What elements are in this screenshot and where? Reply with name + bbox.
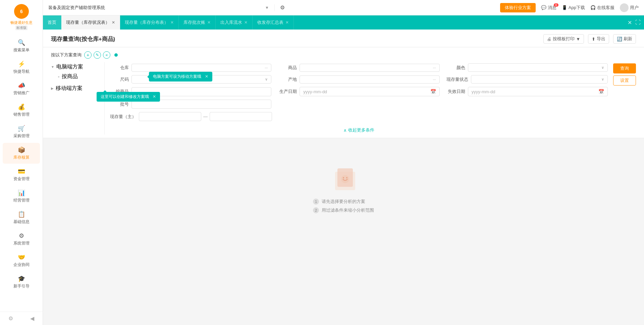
hint-text-1: 请先选择要分析的方案 <box>322 199 365 205</box>
tab-close-inventory-status[interactable]: ✕ <box>112 20 115 25</box>
range-separator: — <box>203 114 208 119</box>
tooltip1-close-icon[interactable]: ✕ <box>205 74 208 79</box>
sidebar-item-sales[interactable]: 💰 销售管理 <box>3 100 40 121</box>
header-actions: 体验行业方案 💬 消息 8 📱 App下载 🎧 在线客服 用户 <box>500 3 639 12</box>
sidebar-item-label: 销售管理 <box>13 112 30 117</box>
prod-date-cal-icon: 📅 <box>430 89 436 94</box>
settings-bottom-icon[interactable]: ⚙ <box>8 315 13 322</box>
sidebar-item-enterprise[interactable]: 🤝 企业协同 <box>3 250 40 271</box>
refresh-btn[interactable]: 🔄 刷新 <box>613 34 636 44</box>
message-icon: 💬 <box>541 5 546 10</box>
sidebar-item-marketing[interactable]: 📣 营销推广 <box>3 78 40 99</box>
tab-close-in-out-flow[interactable]: ✕ <box>244 20 248 25</box>
prod-date-input[interactable]: yyyy-mm-dd 📅 <box>300 87 439 96</box>
page-title-row: 现存量查询(按仓库+商品) 🖨 按模板打印 ▼ ⬆ 导出 🔄 刷新 <box>51 34 636 44</box>
marketing-icon: 📣 <box>18 82 25 89</box>
tab-bar: 首页 现存量（库存状况表） ✕ 现存量（库存分布表） ✕ 库存批次账 ✕ 出入库… <box>43 15 644 30</box>
tab-inventory-dist[interactable]: 现存量（库存分布表） ✕ <box>120 15 179 30</box>
origin-select[interactable]: ··· <box>300 75 439 84</box>
goods-select[interactable]: ··· <box>300 64 439 72</box>
filter-row-stock-status: 现存量状态 ∨ <box>446 75 608 84</box>
tab-close-recv-send[interactable]: ✕ <box>285 20 289 25</box>
collapse-filter-btn[interactable]: ∧ 收起更多条件 <box>110 124 608 134</box>
purchase-icon: 🛒 <box>18 125 25 132</box>
empty-hint-2: 2 用过滤条件来缩小分析范围 <box>313 207 374 213</box>
print-label: 按模板打印 <box>553 36 575 42</box>
filter-actions: + ✎ « <box>84 51 110 59</box>
sidebar-item-guide[interactable]: 🎓 新手引导 <box>3 272 40 292</box>
tab-close-all-icon[interactable]: ✕ <box>628 19 632 26</box>
search-btn-col: 查询 设置 <box>608 62 636 134</box>
expire-date-placeholder: yyyy-mm-dd <box>472 89 495 94</box>
color-select[interactable]: ∨ <box>468 63 608 72</box>
filter-row-prod-date: 生产日期 yyyy-mm-dd 📅 <box>278 87 439 96</box>
sidebar-item-basic[interactable]: 📋 基础信息 <box>3 207 40 228</box>
tab-home[interactable]: 首页 <box>43 15 61 30</box>
tooltip2-close-icon[interactable]: ✕ <box>153 94 156 99</box>
trial-btn[interactable]: 体验行业方案 <box>500 3 536 12</box>
tab-batch-ledger[interactable]: 库存批次账 ✕ <box>179 15 216 30</box>
stock-status-label: 现存量状态 <box>446 76 468 83</box>
tab-bar-right: ✕ ⛶ <box>624 15 644 30</box>
settings-icon[interactable]: ⚙ <box>280 4 285 11</box>
tab-close-inventory-dist[interactable]: ✕ <box>170 20 174 25</box>
scheme-desktop[interactable]: ▼ 电脑端方案 <box>51 62 101 72</box>
sidebar-item-purchase[interactable]: 🛒 采购管理 <box>3 121 40 142</box>
headset-icon: 🎧 <box>590 5 596 10</box>
scheme-desktop-item-goods[interactable]: ● 按商品 <box>58 72 101 82</box>
content-area: 现存量查询(按仓库+商品) 🖨 按模板打印 ▼ ⬆ 导出 🔄 刷新 <box>43 30 644 325</box>
tab-recv-send[interactable]: 收发存汇总表 ✕ <box>253 15 294 30</box>
inventory-icon: 📦 <box>18 146 25 154</box>
prod-date-placeholder: yyyy-mm-dd <box>303 89 327 94</box>
support-label: 在线客服 <box>597 5 614 11</box>
sidebar-item-search-menu[interactable]: 🔍 搜索菜单 <box>3 36 40 56</box>
batch-no-label: 批号 <box>110 101 129 107</box>
tab-close-batch-ledger[interactable]: ✕ <box>207 20 211 25</box>
user-item[interactable]: 用户 <box>620 3 639 12</box>
add-scheme-btn[interactable]: + <box>84 51 92 59</box>
stock-qty-min[interactable] <box>139 112 201 121</box>
warehouse-label: 仓库 <box>110 65 129 71</box>
stock-qty-label: 现存量（主） <box>110 114 136 120</box>
tab-expand-icon[interactable]: ⛶ <box>635 19 641 25</box>
scheme-desktop-label: 电脑端方案 <box>56 63 83 70</box>
message-icon-item[interactable]: 💬 消息 8 <box>541 5 556 11</box>
sidebar-bottom: ⚙ ◀ <box>0 312 43 325</box>
warehouse-select[interactable]: ··· <box>131 64 271 72</box>
collapse-sidebar-icon[interactable]: ◀ <box>30 315 34 322</box>
top-header: 装备及固定资产辅助管理系统 ▼ ⚙ 体验行业方案 💬 消息 8 📱 App下载 … <box>43 0 644 15</box>
stock-qty-max[interactable] <box>210 112 272 121</box>
stock-status-select[interactable]: ∨ <box>471 75 608 84</box>
tab-in-out-flow[interactable]: 出入库流水 ✕ <box>216 15 253 30</box>
sidebar-menu: 🔍 搜索菜单 ⚡ 快捷导航 📣 营销推广 💰 销售管理 🛒 采购管理 📦 库存核… <box>0 33 43 312</box>
tab-inventory-status-label: 现存量（库存状况表） <box>66 19 110 25</box>
goods-label: 商品 <box>278 65 297 71</box>
sidebar-item-quick-nav[interactable]: ⚡ 快捷导航 <box>3 57 40 78</box>
expire-date-label: 失效日期 <box>446 89 465 95</box>
sidebar-item-system[interactable]: ⚙ 系统管理 <box>3 229 40 250</box>
system-title-dropdown[interactable]: ▼ <box>265 5 269 10</box>
app-download-item[interactable]: 📱 App下载 <box>562 5 585 11</box>
avatar <box>620 3 629 12</box>
system-title: 装备及固定资产辅助管理系统 <box>48 5 264 11</box>
reset-btn[interactable]: 设置 <box>613 75 636 86</box>
back-scheme-btn[interactable]: « <box>103 51 110 59</box>
search-btn[interactable]: 查询 <box>613 63 636 73</box>
tab-inventory-status[interactable]: 现存量（库存状况表） ✕ <box>61 15 120 30</box>
expire-date-input[interactable]: yyyy-mm-dd 📅 <box>468 87 608 96</box>
empty-state: 1 请先选择要分析的方案 2 用过滤条件来缩小分析范围 <box>43 138 644 240</box>
support-item[interactable]: 🎧 在线客服 <box>590 5 614 11</box>
scheme-mobile[interactable]: ▶ 移动端方案 <box>51 84 101 93</box>
print-btn[interactable]: 🖨 按模板打印 ▼ <box>543 34 584 44</box>
tooltip-desktop-to-mobile: 电脑方案可设为移动方案哦 ✕ <box>149 72 212 82</box>
edit-scheme-btn[interactable]: ✎ <box>94 51 101 59</box>
expand-desktop-icon: ▼ <box>51 65 54 69</box>
page-actions: 🖨 按模板打印 ▼ ⬆ 导出 🔄 刷新 <box>543 34 636 44</box>
sidebar-item-inventory[interactable]: 📦 库存核算 <box>3 143 40 164</box>
sidebar-item-operations[interactable]: 📊 经营管理 <box>3 186 40 207</box>
svg-point-4 <box>341 175 349 183</box>
filter-row-origin: 产地 ··· <box>278 75 439 84</box>
sidebar-item-finance[interactable]: 💳 资金管理 <box>3 164 40 185</box>
sidebar-item-label: 采购管理 <box>13 133 30 139</box>
export-btn[interactable]: ⬆ 导出 <box>588 34 609 44</box>
